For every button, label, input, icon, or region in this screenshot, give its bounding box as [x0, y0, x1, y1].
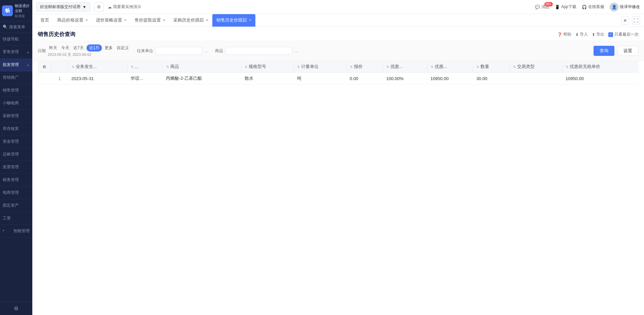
sidebar-item-general-ledger[interactable]: 总账管理	[0, 148, 32, 161]
sidebar-item-purchase-mgmt[interactable]: 采购管理	[0, 110, 32, 123]
only-last-checkbox[interactable]: ✓	[608, 32, 613, 37]
date-options-block: 昨天 今天 近7天 近1月 更多 自定义 2023-05-02 至 2023-0…	[48, 44, 130, 57]
col-unit[interactable]: ⇅ 计量单位	[294, 61, 346, 73]
row-product: 丙烯酸-2-乙基己酯	[163, 73, 241, 84]
col-price[interactable]: ⇅ 报价	[346, 61, 383, 73]
chevron-icon: ▲	[26, 50, 30, 54]
row-discount1: 100.00%	[383, 73, 427, 84]
message-icon: 💬	[535, 5, 540, 9]
sidebar-item-quicknav[interactable]: 快捷导航	[0, 33, 32, 46]
message-button[interactable]: 💬 消息 99+	[535, 4, 549, 10]
tab-price-strategy[interactable]: 进价策略设置 ×	[92, 14, 131, 27]
sort-icon-spec: ⇅	[245, 65, 247, 69]
sidebar-item-fixed-assets[interactable]: 固定资产	[0, 199, 32, 212]
date-option-custom[interactable]: 自定义	[115, 44, 130, 51]
table-row: 1 2023-05-31 华谊... 丙烯酸-2-乙基己酯 散水 吨 0.00 …	[38, 73, 639, 84]
col-pretax-price[interactable]: ⇅ 优惠前无税单价	[562, 61, 639, 73]
version-select[interactable]: 好业财标准版交付试用 ▼	[36, 2, 90, 11]
sort-icon-pretax-price: ⇅	[566, 65, 568, 69]
sidebar-search[interactable]: 🔍 搜索菜单	[0, 22, 32, 33]
col-more[interactable]: ⇅ ...	[127, 61, 163, 73]
sidebar-item-wholesale-mgmt[interactable]: 批发管理 ▲	[0, 59, 32, 71]
page-header-actions: ❓ 帮助 ⬇ 导入 ⬆ 导出 ✓ 只看最后一次	[557, 32, 639, 37]
table-body: 1 2023-05-31 华谊... 丙烯酸-2-乙基己酯 散水 吨 0.00 …	[38, 73, 639, 84]
logo-text: 畅捷通好业财 标准版	[15, 3, 30, 19]
sidebar-item-fund-mgmt[interactable]: 资金管理	[0, 135, 32, 148]
sort-icon-discount1: ⇅	[386, 65, 389, 69]
col-biz-date[interactable]: ⇅ 业务发生...	[68, 61, 127, 73]
window-close-button[interactable]: ✕	[621, 16, 629, 25]
topbar: 好业财标准版交付试用 ▼ ⚙ ☁ 我要看实例演示 💬 消息 99+ 📱 App下…	[32, 0, 644, 14]
export-link[interactable]: ⬆ 导出	[592, 32, 604, 37]
sidebar-item-smart-mgmt[interactable]: 智能管理	[0, 225, 32, 238]
help-link[interactable]: ❓ 帮助	[557, 32, 571, 37]
date-filter-group: 日期 昨天 今天 近7天 近1月 更多 自定义 2023-05-02 至 202…	[38, 44, 130, 57]
product-input[interactable]	[225, 47, 292, 55]
sidebar-item-retail-mgmt[interactable]: 零售管理 ▲	[0, 46, 32, 59]
tab-close-product-price[interactable]: ×	[85, 18, 88, 23]
sidebar-item-ecommerce-small[interactable]: 小畅电商	[0, 97, 32, 110]
date-option-more[interactable]: 更多	[103, 44, 114, 51]
sidebar-item-mkt-promo[interactable]: 营销推广	[0, 71, 32, 84]
query-button[interactable]: 查询	[594, 46, 614, 56]
window-controls: ✕ ⛶	[621, 16, 640, 25]
app-download-button[interactable]: 📱 App下载	[555, 4, 576, 10]
sidebar-item-ecommerce-mgmt[interactable]: 电商管理	[0, 186, 32, 199]
source-unit-input-group: ...	[155, 47, 208, 55]
tab-close-purchase-history[interactable]: ×	[206, 18, 208, 23]
tab-price-extract[interactable]: 售价提取设置 ×	[131, 14, 169, 27]
filter-actions: 查询 设置	[594, 46, 639, 56]
col-qty[interactable]: ⇅ 数量	[473, 61, 510, 73]
tab-product-price[interactable]: 商品价格设置 ×	[53, 14, 92, 27]
col-discount2[interactable]: ⇅ 优惠...	[427, 61, 473, 73]
settings-button[interactable]: 设置	[617, 46, 639, 56]
sidebar-item-sales-mgmt[interactable]: 销售管理	[0, 84, 32, 97]
main-area: 好业财标准版交付试用 ▼ ⚙ ☁ 我要看实例演示 💬 消息 99+ 📱 App下…	[32, 0, 644, 315]
tab-close-sales-history[interactable]: ×	[249, 18, 251, 23]
sidebar-item-tax-mgmt[interactable]: 税务管理	[0, 174, 32, 186]
user-avatar: 👤	[610, 3, 618, 11]
sort-icon-price: ⇅	[350, 65, 353, 69]
settings-icon[interactable]: ⚙	[14, 305, 19, 312]
product-dots[interactable]: ...	[294, 48, 298, 54]
data-table: ⚙ ⇅ 业务发生... ⇅	[38, 61, 639, 84]
page-header: 销售历史价查询 ❓ 帮助 ⬇ 导入 ⬆ 导出 ✓ 只看最后一次	[32, 27, 644, 41]
only-last-checkbox-label[interactable]: ✓ 只看最后一次	[608, 32, 639, 37]
demo-button[interactable]: ☁ 我要看实例演示	[108, 4, 141, 10]
date-options: 昨天 今天 近7天 近1月 更多 自定义	[48, 44, 130, 51]
tab-close-price-strategy[interactable]: ×	[124, 18, 127, 23]
tab-home[interactable]: 首页	[36, 14, 53, 27]
topbar-settings-button[interactable]: ⚙	[94, 2, 104, 12]
col-gear[interactable]: ⚙	[38, 61, 51, 73]
message-badge: 99+	[544, 2, 553, 6]
app-icon: 📱	[555, 5, 560, 9]
row-unit: 吨	[294, 73, 346, 84]
col-discount1[interactable]: ⇅ 优惠...	[383, 61, 427, 73]
online-service-button[interactable]: 🎧 在线客服	[582, 4, 604, 10]
page-content: 销售历史价查询 ❓ 帮助 ⬇ 导入 ⬆ 导出 ✓ 只看最后一次	[32, 27, 644, 315]
sidebar-item-invoice-mgmt[interactable]: 发票管理	[0, 161, 32, 174]
col-trade-type[interactable]: ⇅ 交易类型	[509, 61, 562, 73]
date-option-today[interactable]: 今天	[60, 44, 71, 51]
col-product[interactable]: ⇅ 商品	[163, 61, 241, 73]
window-expand-button[interactable]: ⛶	[632, 16, 640, 25]
date-option-yesterday[interactable]: 昨天	[48, 44, 59, 51]
row-discount2: 10950.00	[427, 73, 473, 84]
tab-sales-history[interactable]: 销售历史价跟踪 ×	[212, 14, 255, 27]
row-more: 华谊...	[127, 73, 163, 84]
sidebar-item-inventory-mgmt[interactable]: 库存核算	[0, 123, 32, 135]
user-menu-button[interactable]: 👤 徐泽华修改	[610, 3, 640, 11]
source-unit-input[interactable]	[155, 47, 202, 55]
import-link[interactable]: ⬇ 导入	[575, 32, 588, 37]
tab-close-price-extract[interactable]: ×	[163, 18, 165, 23]
col-spec[interactable]: ⇅ 规格型号	[241, 61, 294, 73]
dropdown-icon: ▼	[82, 5, 86, 9]
tab-purchase-history[interactable]: 采购历史价跟踪 ×	[169, 14, 212, 27]
date-option-last1m[interactable]: 近1月	[86, 44, 102, 51]
date-option-last7[interactable]: 近7天	[72, 44, 85, 51]
col-num	[51, 61, 68, 73]
row-spec: 散水	[241, 73, 294, 84]
source-unit-dots[interactable]: ...	[204, 48, 208, 54]
filter-bar: 日期 昨天 今天 近7天 近1月 更多 自定义 2023-05-02 至 202…	[32, 41, 644, 61]
sidebar-item-payroll[interactable]: 工资	[0, 212, 32, 225]
